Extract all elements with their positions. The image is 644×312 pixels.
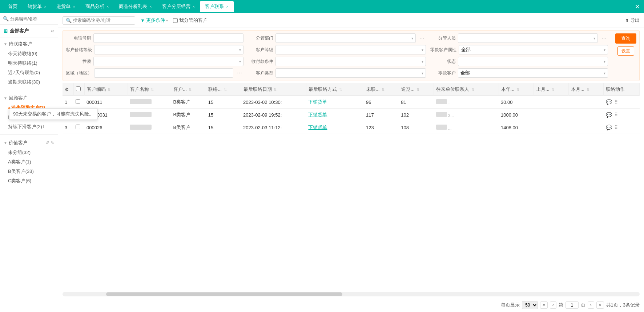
code-col-header[interactable]: 客户编码 ⇅ xyxy=(84,83,128,96)
row2-action-chat[interactable]: 💬 xyxy=(606,112,612,118)
this-month-col-header[interactable]: 本月... ⇅ xyxy=(569,83,604,96)
sidebar-item-tomorrow[interactable]: 明天待联络(1) xyxy=(0,58,58,68)
row1-tmonth xyxy=(569,96,604,109)
region-select[interactable] xyxy=(94,68,233,78)
customer-type-select[interactable]: ▾ xyxy=(275,68,426,78)
row1-action-more[interactable]: ⠿ xyxy=(614,99,618,105)
my-customers-check[interactable] xyxy=(173,18,178,23)
sidebar-item-7days[interactable]: 近7天待联络(0) xyxy=(0,68,58,77)
zero-customer-select[interactable]: 全部 ▾ xyxy=(458,68,608,78)
row2-method-link[interactable]: 下销货单 xyxy=(308,112,327,117)
nature-select[interactable]: ▾ xyxy=(93,57,243,66)
row1-checkbox[interactable] xyxy=(76,99,80,104)
sidebar-item-today[interactable]: 今天待联络(0) xyxy=(0,49,58,58)
nav-close-contact[interactable]: × xyxy=(226,4,228,9)
nav-close-segment[interactable]: × xyxy=(193,4,195,9)
search-icon: 🔍 xyxy=(3,16,9,21)
first-page-btn[interactable]: « xyxy=(540,301,548,309)
row3-action-more[interactable]: ⠿ xyxy=(614,125,618,130)
nav-close-purchase[interactable]: × xyxy=(73,4,75,9)
last-method-col-header[interactable]: 最后联络方式 ⇅ xyxy=(306,83,364,96)
row3-method-link[interactable]: 下销货单 xyxy=(308,125,327,130)
nav-close-analysis[interactable]: × xyxy=(106,4,109,9)
export-button[interactable]: ⬆ 导出 xyxy=(625,17,640,24)
contact-person-col-header[interactable]: 往来单位联系人 ⇅ xyxy=(434,83,499,96)
nav-customer-contact[interactable]: 客户联系 × xyxy=(200,1,233,12)
section-pending-title[interactable]: ▼ 待联络客户 xyxy=(0,39,58,49)
next-page-btn[interactable]: › xyxy=(588,301,594,309)
manager-select[interactable]: ▾ xyxy=(458,33,598,43)
nav-customer-segment[interactable]: 客户分层经营 × xyxy=(157,1,200,12)
row2-name-blurred xyxy=(130,112,152,117)
nav-close-sales[interactable]: × xyxy=(44,4,46,9)
row1-method-link[interactable]: 下销货单 xyxy=(308,99,327,105)
name-col-header[interactable]: 客户名称 ⇅ xyxy=(128,83,171,96)
horizontal-scrollbar[interactable] xyxy=(63,292,640,296)
settings-col-header[interactable]: ⚙ xyxy=(63,83,73,96)
section-review-title[interactable]: ▼ 回顾客户 xyxy=(0,93,58,103)
churn-tooltip: 90天未交易的客户，可能有流失风险。 xyxy=(9,108,98,120)
page-input[interactable] xyxy=(565,301,579,309)
row1-check[interactable] xyxy=(73,96,84,109)
nav-product-analysis[interactable]: 商品分析 × xyxy=(80,1,114,12)
section-value-title[interactable]: ▼ 价值客户 ↺ ✎ xyxy=(0,138,58,148)
query-button[interactable]: 查询 xyxy=(615,33,636,44)
contact-col-header[interactable]: 联络... ⇅ xyxy=(206,83,241,96)
refresh-icon[interactable]: ↺ xyxy=(45,140,49,145)
row2-action-more[interactable]: ⠿ xyxy=(614,112,618,118)
customer-level-label: 客户等级 xyxy=(248,47,273,53)
nav-home[interactable]: 首页 xyxy=(3,1,23,12)
status-select[interactable]: ▾ xyxy=(458,57,608,66)
row3-action-chat[interactable]: 💬 xyxy=(606,125,612,130)
phone-input[interactable] xyxy=(93,33,243,43)
nav-sales-order[interactable]: 销货单 × xyxy=(23,1,51,12)
nav-product-list[interactable]: 商品分析列表 × xyxy=(114,1,157,12)
edit-icon[interactable]: ✎ xyxy=(51,140,54,145)
row3-checkbox[interactable] xyxy=(76,125,80,129)
divider-1 xyxy=(0,90,58,90)
overdue-col-header[interactable]: 逾期... ⇅ xyxy=(399,83,434,96)
select-all-checkbox[interactable] xyxy=(76,86,81,91)
row3-check[interactable] xyxy=(73,121,84,134)
sidebar-item-declining[interactable]: 持续下滑客户(2) ℹ xyxy=(0,122,58,131)
more-conditions-btn[interactable]: ▼ 更多条件 ▾ xyxy=(138,16,170,25)
window-close-button[interactable]: ✕ xyxy=(635,3,640,10)
row3-method[interactable]: 下销货单 xyxy=(306,121,364,134)
last-month-col-header[interactable]: 上月... ⇅ xyxy=(534,83,568,96)
payment-select[interactable]: ▾ xyxy=(275,57,426,66)
region-more-icon[interactable]: ⋯ xyxy=(236,70,243,76)
price-level-select[interactable]: ▾ xyxy=(94,45,243,54)
sidebar-item-overdue[interactable]: 逾期未联络(30) xyxy=(0,77,58,87)
customer-level-select[interactable]: ▾ xyxy=(275,45,426,54)
this-year-col-header[interactable]: 本年... ⇅ xyxy=(499,83,534,96)
settings-button[interactable]: 设置 xyxy=(617,46,634,56)
sidebar-item-class-c[interactable]: C类客户(6) xyxy=(0,176,58,186)
gear-icon[interactable]: ⚙ xyxy=(65,87,69,92)
last-date-col-header[interactable]: 最后联络日期 ⇅ xyxy=(241,83,306,96)
collapse-icon[interactable]: « xyxy=(51,28,54,34)
last-page-btn[interactable]: » xyxy=(596,301,604,309)
checkbox-col-header[interactable] xyxy=(73,83,84,96)
sidebar-item-class-a[interactable]: A类客户(1) xyxy=(0,157,58,167)
sidebar-item-ungrouped[interactable]: 未分组(32) xyxy=(0,148,58,157)
row3-uncontacted: 123 xyxy=(364,121,399,134)
dept-more-icon[interactable]: ⋯ xyxy=(418,35,426,41)
search-input[interactable] xyxy=(73,18,132,23)
sidebar-search-input[interactable] xyxy=(10,16,55,21)
sidebar-item-class-b[interactable]: B类客户(33) xyxy=(0,167,58,176)
row1-action-chat[interactable]: 💬 xyxy=(606,99,612,105)
prev-page-btn[interactable]: ‹ xyxy=(550,301,556,309)
uncontacted-col-header[interactable]: 未联... ⇅ xyxy=(364,83,399,96)
nav-close-list[interactable]: × xyxy=(149,4,152,9)
mgr-more-icon[interactable]: ⋯ xyxy=(600,35,608,41)
type-col-header[interactable]: 客户... ⇅ xyxy=(171,83,206,96)
scrollbar-thumb[interactable] xyxy=(106,292,342,296)
department-select[interactable]: ▾ xyxy=(275,33,415,43)
my-customers-checkbox[interactable]: 我分管的客户 xyxy=(173,17,208,24)
per-page-select[interactable]: 50 xyxy=(522,301,538,309)
row1-method[interactable]: 下销货单 xyxy=(306,96,364,109)
zero-attr-select[interactable]: 全部 ▾ xyxy=(459,45,608,54)
row2-method[interactable]: 下销货单 xyxy=(306,109,364,121)
all-customers-item[interactable]: ⊞ 全部客户 « xyxy=(0,25,58,37)
nav-purchase[interactable]: 进货单 × xyxy=(51,1,80,12)
